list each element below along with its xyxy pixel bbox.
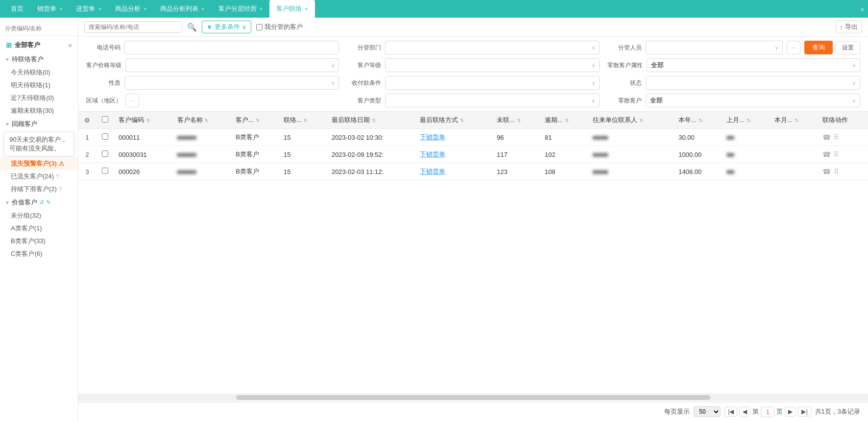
close-icon[interactable]: × [201, 6, 204, 12]
sidebar-item-7day-contact[interactable]: 近7天待联络(0) [0, 92, 78, 104]
sidebar-item-ungroup[interactable]: 未分组(32) [0, 209, 78, 222]
scrollbar-thumb [236, 395, 710, 400]
sort-icon: ⇅ [565, 118, 569, 123]
price-tier-select[interactable]: ∨ [125, 58, 339, 72]
sidebar-item-lost-customers[interactable]: 已流失客户(24) ? [0, 170, 78, 183]
sidebar-search-area: 🔍 [0, 22, 78, 36]
current-page: 1 [761, 407, 774, 417]
more-action-icon[interactable]: ⠿ [834, 133, 839, 141]
overdue-days: 108 [540, 163, 588, 180]
sidebar-item-class-b[interactable]: B类客户(33) [0, 235, 78, 248]
more-action-icon[interactable]: ⠿ [834, 168, 839, 175]
filter-row-customer-type: 客户类型 ∨ [347, 94, 600, 107]
contact-icon[interactable]: ☎ [822, 150, 831, 158]
filter-row-price-tier: 客户价格等级 ∨ [86, 58, 339, 72]
section-pending-contact[interactable]: ▼ 待联络客户 [0, 52, 78, 66]
this-month-amount [770, 129, 818, 146]
price-tier-label: 客户价格等级 [86, 61, 121, 70]
contact-icon[interactable]: ☎ [822, 168, 831, 175]
row-checkbox[interactable] [96, 146, 114, 163]
row-checkbox[interactable] [96, 163, 114, 180]
sort-icon: ⇅ [795, 118, 798, 123]
chevron-down-icon: ∨ [331, 80, 335, 86]
export-button[interactable]: ↑ 导出 [836, 21, 863, 33]
close-icon[interactable]: × [305, 6, 308, 12]
sidebar-item-overdue-contact[interactable]: 逾期未联络(30) [0, 104, 78, 117]
customer-type-select[interactable]: ∨ [385, 94, 600, 107]
dept-select[interactable]: ∨ [385, 41, 600, 54]
table-row: 3 000026 ■■■■■ B类客户 15 2023-02-03 11:12:… [78, 163, 868, 180]
sidebar-item-class-a[interactable]: A类客户(1) [0, 222, 78, 235]
sidebar-item-today-contact[interactable]: 今天待联络(0) [0, 66, 78, 79]
chevron-down-icon: ∨ [775, 45, 778, 50]
chevron-down-icon: ∨ [592, 98, 595, 103]
prev-page-button[interactable]: ◀ [739, 407, 750, 417]
nav-tab-analysis[interactable]: 商品分析 × [108, 0, 153, 18]
contact-person: ■■■■ [588, 146, 674, 163]
sidebar-item-class-c[interactable]: C类客户(6) [0, 248, 78, 260]
sidebar-item-declining-customers[interactable]: 持续下滑客户(2) ? [0, 183, 78, 196]
sort-icon: ⇅ [303, 118, 307, 123]
select-all-checkbox[interactable] [102, 116, 108, 123]
nav-tab-home[interactable]: 首页 [4, 0, 30, 18]
sidebar-item-churn-warning[interactable]: 流失预警客户(3) ⚠ [0, 157, 78, 170]
chevron-down-icon: ∨ [852, 80, 856, 86]
col-uncontact: 未联... ⇅ [492, 112, 540, 129]
my-customers-checkbox[interactable]: 我分管的客户 [256, 23, 303, 31]
close-icon[interactable]: × [98, 6, 101, 12]
last-contact-way: 下销货单 [415, 146, 492, 163]
top-nav: 首页 销货单 × 进货单 × 商品分析 × 商品分析列表 × 客户分层经营 × … [0, 0, 868, 18]
nav-tab-sales[interactable]: 销货单 × [30, 0, 69, 18]
edit-icon[interactable]: ✎ [46, 199, 51, 206]
horizontal-scrollbar[interactable] [78, 395, 868, 400]
nav-tab-customer-contact[interactable]: 客户联络 × [269, 0, 314, 18]
close-icon[interactable]: × [59, 6, 62, 12]
person-select[interactable]: ∨ [646, 41, 783, 54]
close-icon[interactable]: × [260, 6, 263, 12]
status-select[interactable]: ∨ [646, 76, 860, 90]
nav-tab-analysis-list[interactable]: 商品分析列表 × [153, 0, 211, 18]
collapse-icon[interactable]: « [68, 41, 72, 49]
nav-tab-customer-tier[interactable]: 客户分层经营 × [212, 0, 269, 18]
customer-tier-select[interactable]: ∨ [385, 58, 600, 72]
query-button[interactable]: 查询 [804, 41, 833, 54]
search-button[interactable]: 🔍 [187, 23, 197, 32]
contact-icon[interactable]: ☎ [822, 133, 831, 141]
settings-icon[interactable]: ⚙ [84, 117, 90, 124]
app-root: 首页 销货单 × 进货单 × 商品分析 × 商品分析列表 × 客户分层经营 × … [0, 0, 868, 421]
export-icon: ↑ [840, 24, 844, 31]
last-page-button[interactable]: ▶| [798, 407, 811, 417]
filter-row-nature: 性质 ∨ [86, 76, 339, 90]
region-ellipsis-button[interactable]: ··· [125, 94, 139, 107]
sidebar-item-tomorrow-contact[interactable]: 明天待联络(1) [0, 79, 78, 92]
per-page-select[interactable]: 50 100 200 [694, 406, 721, 417]
nature-select[interactable]: ∨ [124, 76, 339, 90]
section-review-customer[interactable]: ▼ 回顾客户 [0, 117, 78, 131]
settings-button[interactable]: 设置 [836, 41, 860, 54]
lingou-attr-select[interactable]: 全部 ∨ [647, 58, 860, 72]
row-checkbox[interactable] [96, 129, 114, 146]
first-page-button[interactable]: |◀ [724, 407, 737, 417]
filter-row-dept: 分管部门 ∨ [347, 41, 600, 54]
sidebar-search-input[interactable] [5, 25, 78, 32]
all-customers[interactable]: ⊞ 全部客户 « [0, 38, 78, 52]
col-name: 客户名称 ⇅ [172, 112, 231, 129]
nav-tab-purchase[interactable]: 进货单 × [69, 0, 108, 18]
col-action: 联络动作 [818, 112, 868, 129]
close-icon[interactable]: × [144, 6, 146, 12]
section-value-customer[interactable]: ▼ 价值客户 ↺ ✎ [0, 196, 78, 209]
person-more-button[interactable]: ··· [787, 41, 800, 54]
close-all-button[interactable]: × [860, 4, 864, 14]
phone-input[interactable] [124, 41, 339, 54]
payment-select[interactable]: ∨ [385, 76, 600, 90]
more-conditions-button[interactable]: ▼ 更多条件 ∨ [202, 21, 251, 33]
col-contact-num: 联络... ⇅ [279, 112, 327, 129]
status-label: 状态 [607, 79, 642, 87]
refresh-icon[interactable]: ↺ [39, 199, 44, 206]
more-action-icon[interactable]: ⠿ [834, 150, 839, 158]
customer-code: 00030031 [114, 146, 172, 163]
lingou-customer-select[interactable]: 全部 ∨ [646, 94, 860, 107]
next-page-button[interactable]: ▶ [785, 407, 796, 417]
contact-person: ■■■■ [588, 129, 674, 146]
search-input[interactable] [84, 21, 182, 33]
